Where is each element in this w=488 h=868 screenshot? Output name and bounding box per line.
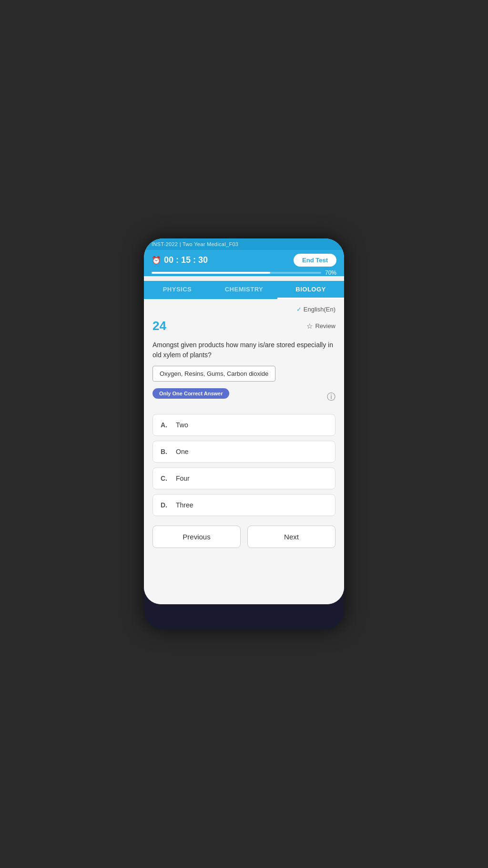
phone-frame: INST-2022 | Two Year Medical_F03 ⏰ 00 : …: [144, 238, 344, 630]
options-list: A. Two B. One C. Four D. Three: [152, 414, 336, 516]
review-button[interactable]: ☆ Review: [306, 322, 336, 331]
subject-tabs: PHYSICS CHEMISTRY BIOLOGY: [144, 281, 344, 299]
timer-row: ⏰ 00 : 15 : 30 End Test: [152, 254, 336, 267]
option-c-text: Four: [176, 475, 190, 482]
option-a-letter: A.: [161, 421, 169, 429]
progress-row: 70%: [152, 269, 336, 276]
progress-bar-background: [152, 272, 321, 274]
clock-icon: ⏰: [152, 256, 161, 265]
timer-value: 00 : 15 : 30: [164, 255, 208, 265]
navigation-buttons: Previous Next: [152, 526, 336, 548]
header: INST-2022 | Two Year Medical_F03 ⏰ 00 : …: [144, 238, 344, 276]
progress-bar-fill: [152, 272, 270, 274]
progress-label: 70%: [325, 269, 336, 276]
tab-chemistry[interactable]: CHEMISTRY: [211, 281, 277, 299]
checkmark-icon: ✓: [296, 306, 302, 313]
question-options-box: Oxygen, Resins, Gums, Carbon dioxide: [152, 366, 275, 382]
answer-type-badge: Only One Correct Answer: [152, 388, 229, 399]
review-label: Review: [315, 322, 336, 330]
star-icon: ☆: [306, 322, 313, 331]
option-c[interactable]: C. Four: [152, 467, 336, 489]
tab-biology[interactable]: BIOLOGY: [277, 281, 344, 299]
tab-physics[interactable]: PHYSICS: [144, 281, 211, 299]
option-d-letter: D.: [161, 501, 169, 509]
language-row: ✓ English(En): [152, 306, 336, 313]
test-title: INST-2022 | Two Year Medical_F03: [152, 241, 238, 247]
question-number: 24: [152, 319, 166, 333]
end-test-button[interactable]: End Test: [294, 254, 336, 267]
info-icon[interactable]: ⓘ: [327, 391, 336, 403]
question-header: 24 ☆ Review: [152, 319, 336, 333]
timer-display: ⏰ 00 : 15 : 30: [152, 255, 208, 265]
option-a[interactable]: A. Two: [152, 414, 336, 436]
option-d-text: Three: [176, 501, 193, 509]
next-button[interactable]: Next: [247, 526, 336, 548]
language-label[interactable]: English(En): [304, 306, 336, 313]
content-area: ✓ English(En) 24 ☆ Review Amongst given …: [144, 299, 344, 604]
option-a-text: Two: [176, 421, 188, 429]
previous-button[interactable]: Previous: [152, 526, 241, 548]
option-d[interactable]: D. Three: [152, 494, 336, 516]
option-b-text: One: [176, 448, 188, 455]
screen: INST-2022 | Two Year Medical_F03 ⏰ 00 : …: [144, 238, 344, 604]
option-c-letter: C.: [161, 475, 169, 482]
option-b-letter: B.: [161, 448, 169, 455]
option-b[interactable]: B. One: [152, 441, 336, 463]
question-text: Amongst given products how many is/are s…: [152, 340, 336, 360]
header-title-bar: INST-2022 | Two Year Medical_F03: [144, 238, 344, 250]
